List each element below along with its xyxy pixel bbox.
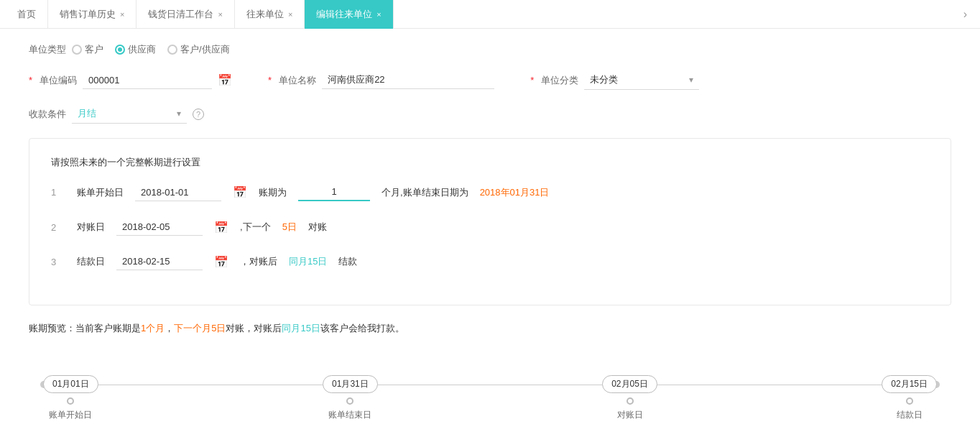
- radio-customer[interactable]: 客户: [72, 43, 103, 56]
- radio-customer-circle: [72, 45, 82, 55]
- reconcile-date-calendar-icon[interactable]: 📅: [214, 221, 228, 234]
- payment-group: 收款条件 月结 ▾ ?: [29, 104, 204, 124]
- unit-name-star: *: [268, 75, 272, 86]
- unit-info-row: * 单位编码 📅 * 单位名称 * 单位分类 未分类 ▾: [29, 70, 951, 90]
- row-num-3: 3: [51, 257, 65, 267]
- node-3-desc: 结款日: [897, 409, 923, 421]
- unit-code-star: *: [29, 75, 32, 86]
- help-icon[interactable]: ?: [193, 109, 204, 120]
- reconcile-desc-highlight: 5日: [282, 221, 297, 234]
- reconcile-desc-suffix: 对账: [308, 221, 327, 234]
- preview-part3: 同月15日: [282, 323, 320, 334]
- tab-home-label: 首页: [17, 8, 36, 21]
- row-field-2: 对账日: [77, 221, 105, 234]
- tab-contact-unit[interactable]: 往来单位 ×: [235, 0, 305, 29]
- radio-customer-supplier-circle: [167, 45, 177, 55]
- tab-sales-order-history-label: 销售订单历史: [60, 8, 116, 21]
- payment-date-input[interactable]: [116, 253, 203, 270]
- start-date-calendar-icon[interactable]: 📅: [233, 185, 247, 199]
- payment-select[interactable]: 月结 ▾: [72, 104, 187, 124]
- tab-edit-unit-close[interactable]: ×: [376, 10, 381, 19]
- timeline-nodes: 01月01日 账单开始日 01月31日 账单结束日 02月05日 对账日 02月…: [43, 375, 937, 421]
- setting-row-2: 2 对账日 📅 ,下一个5日对账: [51, 218, 929, 236]
- unit-type-group: 单位类型 客户 供应商 客户/供应商: [29, 43, 230, 56]
- node-0-desc: 账单开始日: [49, 409, 92, 421]
- node-0-label: 01月01日: [43, 375, 98, 393]
- preview-part1: 1个月: [141, 323, 165, 334]
- preview-section: 账期预览：当前客户账期是1个月，下一个月5日对账，对账后同月15日该客户会给我打…: [29, 320, 951, 437]
- unit-code-input[interactable]: [83, 72, 212, 89]
- payment-row: 收款条件 月结 ▾ ?: [29, 104, 951, 124]
- tab-edit-unit[interactable]: 编辑往来单位 ×: [305, 0, 393, 29]
- radio-supplier-label: 供应商: [128, 43, 156, 56]
- node-2-desc: 对账日: [617, 409, 643, 421]
- unit-name-input[interactable]: [322, 72, 494, 89]
- unit-name-group: * 单位名称: [268, 72, 494, 89]
- payment-date-calendar-icon[interactable]: 📅: [214, 255, 228, 269]
- setting-row-3: 3 结款日 📅 ，对账后同月15日结款: [51, 253, 929, 270]
- node-2-label: 02月05日: [602, 375, 657, 393]
- preview-mid2: 对账，对账后: [226, 323, 282, 334]
- tab-expand-icon[interactable]: ›: [956, 8, 974, 21]
- radio-group: 客户 供应商 客户/供应商: [72, 43, 230, 56]
- tab-cash-work-label: 钱货日清工作台: [148, 8, 213, 21]
- payment-desc-highlight: 同月15日: [289, 255, 327, 268]
- node-1-desc: 账单结束日: [328, 409, 371, 421]
- row-num-2: 2: [51, 222, 65, 233]
- node-1-label: 01月31日: [323, 375, 378, 393]
- period-end: 2018年01月31日: [480, 186, 550, 199]
- setting-row-1: 1 账单开始日 📅 账期为 个月,账单结束日期为 2018年01月31日: [51, 183, 929, 201]
- preview-text: 账期预览：当前客户账期是1个月，下一个月5日对账，对账后同月15日该客户会给我打…: [29, 320, 951, 336]
- payment-arrow: ▾: [177, 109, 181, 119]
- timeline-node-3: 02月15日 结款日: [882, 375, 937, 421]
- panel-title: 请按照未来的一个完整帐期进行设置: [51, 156, 929, 169]
- radio-supplier-circle: [115, 45, 125, 55]
- unit-code-group: * 单位编码 📅: [29, 72, 232, 89]
- unit-code-label: 单位编码: [40, 74, 77, 87]
- unit-type-row: 单位类型 客户 供应商 客户/供应商: [29, 43, 951, 56]
- node-2-circle: [627, 397, 634, 405]
- timeline-node-0: 01月01日 账单开始日: [43, 375, 98, 421]
- tab-edit-unit-label: 编辑往来单位: [316, 8, 372, 21]
- radio-supplier[interactable]: 供应商: [115, 43, 156, 56]
- reconcile-date-input[interactable]: [116, 218, 203, 236]
- settings-panel: 请按照未来的一个完整帐期进行设置 1 账单开始日 📅 账期为 个月,账单结束日期…: [29, 138, 951, 305]
- payment-label: 收款条件: [29, 108, 66, 121]
- unit-category-group: * 单位分类 未分类 ▾: [530, 70, 699, 90]
- preview-mid1: ，: [165, 323, 174, 334]
- timeline-node-2: 02月05日 对账日: [602, 375, 657, 421]
- tab-contact-unit-close[interactable]: ×: [288, 10, 292, 19]
- timeline-node-1: 01月31日 账单结束日: [323, 375, 378, 421]
- tab-contact-unit-label: 往来单位: [246, 8, 284, 21]
- main-content: 单位类型 客户 供应商 客户/供应商 * 单位编码: [0, 29, 980, 437]
- payment-desc-suffix: 结款: [338, 255, 357, 268]
- radio-customer-supplier[interactable]: 客户/供应商: [167, 43, 230, 56]
- tab-sales-order-history-close[interactable]: ×: [120, 10, 124, 19]
- unit-name-label: 单位名称: [279, 74, 316, 87]
- period-unit: 个月,账单结束日期为: [382, 186, 468, 199]
- unit-category-select[interactable]: 未分类 ▾: [584, 70, 699, 90]
- tab-cash-work-close[interactable]: ×: [218, 10, 222, 19]
- payment-value: 月结: [78, 107, 177, 120]
- unit-code-calendar-icon[interactable]: 📅: [218, 73, 232, 87]
- reconcile-desc-prefix: ,下一个: [240, 221, 271, 234]
- preview-prefix: 账期预览：当前客户账期是: [29, 323, 141, 334]
- unit-category-star: *: [530, 75, 534, 86]
- tab-home[interactable]: 首页: [6, 0, 48, 29]
- timeline: 01月01日 账单开始日 01月31日 账单结束日 02月05日 对账日 02月…: [29, 354, 951, 437]
- start-date-input[interactable]: [135, 184, 221, 201]
- unit-type-label: 单位类型: [29, 43, 66, 56]
- payment-desc-prefix: ，对账后: [240, 255, 277, 268]
- tab-cash-work[interactable]: 钱货日清工作台 ×: [137, 0, 234, 29]
- node-0-circle: [67, 397, 74, 405]
- node-3-label: 02月15日: [882, 375, 937, 393]
- row-field-3: 结款日: [77, 255, 105, 268]
- row-field-1: 账单开始日: [77, 186, 124, 199]
- tabs-bar: 首页 销售订单历史 × 钱货日清工作台 × 往来单位 × 编辑往来单位 × ›: [0, 0, 980, 29]
- preview-part2: 下一个月5日: [174, 323, 226, 334]
- period-value-input[interactable]: [298, 183, 370, 201]
- tab-sales-order-history[interactable]: 销售订单历史 ×: [48, 0, 137, 29]
- period-label: 账期为: [259, 186, 287, 199]
- node-3-circle: [906, 397, 913, 405]
- radio-customer-supplier-label: 客户/供应商: [180, 43, 230, 56]
